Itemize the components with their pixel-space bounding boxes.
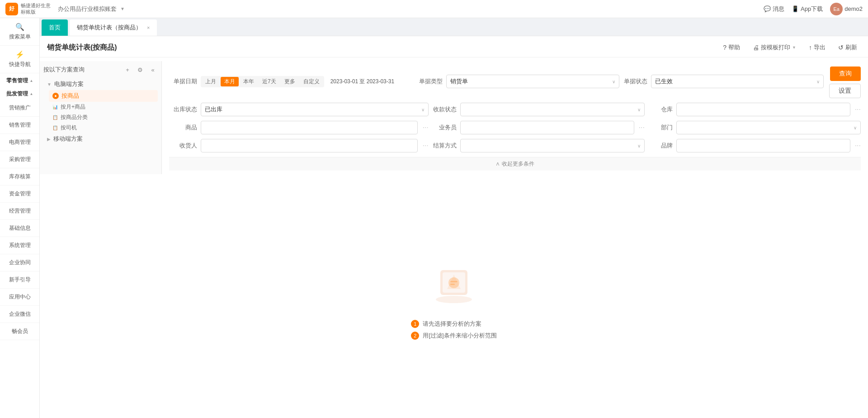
sidebar-item-ecommerce[interactable]: 电商管理 [0,134,39,151]
sidebar-item-inventory[interactable]: 库存核算 [0,168,39,185]
tree-item-by-product[interactable]: ● 按商品 [49,90,158,102]
filter-group-warehouse: 仓库 ··· [645,103,861,116]
sidebar-item-newbie[interactable]: 新手引导 [0,271,39,289]
sidebar-item-quicknav[interactable]: ⚡ 快捷导航 [0,46,39,73]
tree-group-pc: ▼ 电脑端方案 ● 按商品 📊 按月+商品 [43,78,158,133]
settlement-control: ∨ [460,139,645,152]
export-button[interactable]: ↑ 导出 [805,42,829,53]
help-button[interactable]: ? 帮助 [719,42,744,53]
panel-settings-button[interactable]: ⚙ [135,65,145,75]
sidebar-item-operation[interactable]: 经营管理 [0,203,39,220]
sidebar-item-basic[interactable]: 基础信息 [0,220,39,237]
type-select[interactable]: 销货单 ∨ [446,75,619,88]
logo-area: 好 畅捷通好生意 标账版 [5,3,51,15]
salesman-dots[interactable]: ··· [639,124,645,132]
status-select[interactable]: 已生效 ∨ [651,75,824,88]
receiver-input[interactable] [201,139,418,152]
sidebar-item-wholesale[interactable]: 批发管理 ▲ [0,86,39,100]
refresh-button[interactable]: ↺ 刷新 [835,42,861,53]
product-input[interactable] [201,121,418,134]
salesman-label: 业务员 [429,124,460,132]
filter-row-2: 出库状态 已出库 ∨ 收款状态 [169,103,861,116]
tab-home[interactable]: 首页 [42,19,68,36]
tree-item-by-cashier[interactable]: 📋 按司机 [49,123,158,133]
out-label: 出库状态 [169,105,201,114]
settlement-select[interactable]: ∨ [460,139,645,152]
category-icon: 📋 [52,115,58,120]
warehouse-dots[interactable]: ··· [855,105,861,114]
dept-select[interactable]: ∨ [676,121,861,134]
avatar: Ea [830,3,843,15]
date-tab-lastmonth[interactable]: 上月 [202,77,220,86]
query-button[interactable]: 查询 [830,66,861,81]
top-bar-dropdown-arrow[interactable]: ▼ [120,6,125,11]
sidebar-item-system[interactable]: 系统管理 [0,237,39,254]
tree-item-by-month-product[interactable]: 📊 按月+商品 [49,102,158,112]
tree-item-by-category[interactable]: 📋 按商品分类 [49,112,158,123]
print-button[interactable]: 🖨 按模板打印 ▼ [749,42,800,53]
panel-header: 按以下方案查询 + ⚙ « [43,65,158,75]
date-tab-thisyear[interactable]: 本年 [240,77,258,86]
out-select[interactable]: 已出库 ∨ [201,103,429,116]
search-icon: 🔍 [15,23,24,31]
sidebar-item-purchase[interactable]: 采购管理 [0,151,39,168]
date-tab-more[interactable]: 更多 [281,77,299,86]
sidebar-item-corpwechat[interactable]: 企业微信 [0,306,39,323]
collapse-bar[interactable]: ∧ 收起更多条件 [169,157,861,171]
settlement-label: 结算方式 [429,142,460,150]
filter-group-out: 出库状态 已出库 ∨ [169,103,429,116]
date-tabs: 上月 本月 本年 近7天 更多 自定义 [201,76,324,87]
app-icon: 📱 [792,5,799,12]
panel-tools: + ⚙ « [123,65,158,75]
status-select-arrow: ∨ [816,79,820,84]
type-control: 销货单 ∨ [446,75,619,88]
quicknav-icon: ⚡ [15,50,24,59]
tree-dot-by-product: ● [52,93,59,99]
warehouse-input[interactable] [676,103,850,116]
sidebar-item-retail[interactable]: 零售管理 ▲ [0,73,39,86]
user-menu[interactable]: Ea demo2 [830,3,863,15]
sidebar: 🔍 搜索菜单 ⚡ 快捷导航 零售管理 ▲ 批发管理 ▲ 营销推广 销售管理 电商… [0,18,40,418]
message-button[interactable]: 💬 消息 [764,5,784,13]
filter-group-type: 单据类型 销货单 ∨ [415,75,619,88]
warehouse-label: 仓库 [645,105,676,114]
sidebar-item-appcenter[interactable]: 应用中心 [0,289,39,306]
app-download-button[interactable]: 📱 App下载 [792,5,823,13]
brand-label: 品牌 [645,142,676,150]
salesman-control: ··· [460,121,645,134]
content-area: 首页 销货单统计表（按商品） × 销货单统计表(按商品) ? 帮助 🖨 [40,18,868,418]
date-tab-custom[interactable]: 自定义 [300,77,323,86]
filter-group-settlement: 结算方式 ∨ [429,139,645,152]
sidebar-item-search[interactable]: 🔍 搜索菜单 [0,18,39,46]
sidebar-item-marketing[interactable]: 营销推广 [0,100,39,117]
filter-row-3: 商品 ··· 业务员 ··· [169,121,861,134]
date-label: 单据日期 [169,77,201,86]
receipt-select[interactable]: ∨ [460,103,645,116]
tree-toggle-mobile: ▶ [47,137,51,142]
date-tab-thismonth[interactable]: 本月 [221,77,239,86]
print-dropdown-icon: ▼ [792,45,796,50]
print-icon: 🖨 [753,44,759,51]
tree-group-pc-header[interactable]: ▼ 电脑端方案 [43,78,158,90]
top-bar-right: 💬 消息 📱 App下载 Ea demo2 [764,3,863,15]
tab-report[interactable]: 销货单统计表（按商品） × [70,19,157,36]
settings-button[interactable]: 设置 [829,84,861,98]
panel-collapse-button[interactable]: « [148,65,158,75]
tree-group-mobile-header[interactable]: ▶ 移动端方案 [43,133,158,145]
panel-add-button[interactable]: + [123,65,132,75]
brand-input[interactable] [676,139,850,152]
sidebar-item-corp[interactable]: 企业协同 [0,254,39,271]
product-dots[interactable]: ··· [422,124,428,132]
page-title: 销货单统计表(按商品) [47,43,117,52]
brand-dots[interactable]: ··· [855,142,861,150]
salesman-input[interactable] [460,121,634,134]
tree-toggle-pc: ▼ [47,82,52,87]
sidebar-item-finance[interactable]: 资金管理 [0,185,39,203]
receiver-dots[interactable]: ··· [422,142,428,150]
filter-group-product: 商品 ··· [169,121,429,134]
tab-close-report[interactable]: × [147,25,150,30]
sidebar-item-member[interactable]: 畅会员 [0,323,39,340]
sidebar-item-sales[interactable]: 销售管理 [0,117,39,134]
date-tab-last7[interactable]: 近7天 [259,77,280,86]
message-icon: 💬 [764,5,771,12]
